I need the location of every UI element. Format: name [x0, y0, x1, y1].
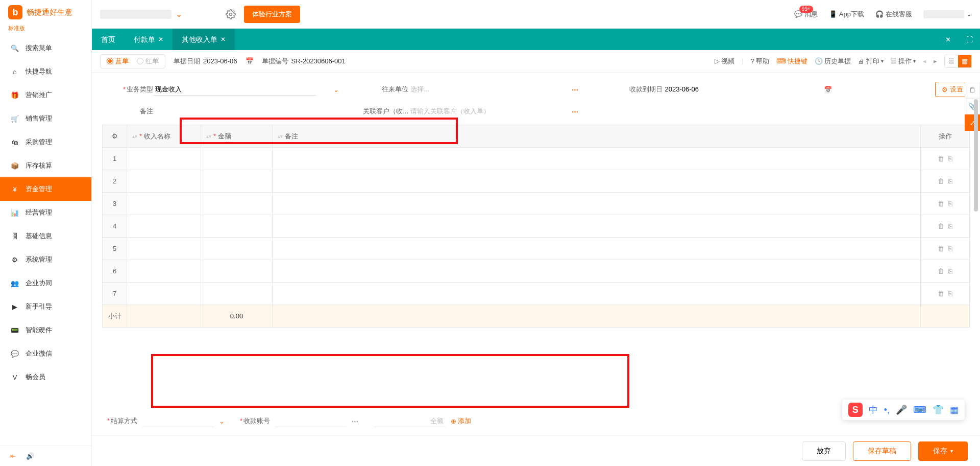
th-income-name[interactable]: ▴▾*收入名称: [127, 125, 201, 148]
partner-lookup-icon[interactable]: ⋯: [572, 86, 579, 94]
table-row[interactable]: 3🗑⎘: [103, 193, 970, 215]
cell-amount[interactable]: [201, 170, 273, 193]
ime-punct-icon[interactable]: •,: [884, 405, 890, 415]
table-row[interactable]: 7🗑⎘: [103, 283, 970, 305]
remark-input[interactable]: [153, 105, 316, 118]
table-row[interactable]: 4🗑⎘: [103, 215, 970, 238]
bill-date-value[interactable]: 2023-06-06: [203, 57, 237, 65]
ime-keyboard-icon[interactable]: ⌨: [913, 404, 926, 415]
tab-1[interactable]: 付款单✕: [125, 29, 173, 50]
cta-button[interactable]: 体验行业方案: [244, 6, 300, 23]
sidebar-item-11[interactable]: ▶新手引导: [0, 295, 91, 318]
delete-icon[interactable]: 🗑: [938, 245, 944, 252]
prev-button[interactable]: ◂: [923, 57, 926, 65]
sidebar-item-6[interactable]: ¥资金管理: [0, 177, 91, 201]
ime-toolbox-icon[interactable]: ▦: [950, 404, 959, 415]
gear-icon[interactable]: [226, 9, 236, 19]
cell-remark[interactable]: [273, 148, 921, 170]
ops-button[interactable]: ☰操作▾: [891, 57, 916, 66]
cell-amount[interactable]: [201, 215, 273, 238]
rel-customer-input[interactable]: [408, 105, 572, 118]
cell-remark[interactable]: [273, 215, 921, 238]
cell-income-name[interactable]: [127, 260, 201, 283]
tab-2[interactable]: 其他收入单✕: [173, 29, 235, 50]
cell-remark[interactable]: [273, 283, 921, 305]
copy-icon[interactable]: ⎘: [948, 222, 952, 230]
account-menu[interactable]: ⌄: [923, 10, 972, 18]
tab-fullscreen-icon[interactable]: ⛶: [959, 29, 980, 50]
sidebar-item-1[interactable]: ⌂快捷导航: [0, 60, 91, 83]
add-settlement-button[interactable]: ⊕ 添加: [451, 416, 471, 426]
cell-income-name[interactable]: [127, 283, 201, 305]
messages-button[interactable]: 💬 消息 99+: [794, 10, 818, 19]
table-row[interactable]: 5🗑⎘: [103, 238, 970, 260]
settle-amount-input[interactable]: [374, 415, 446, 427]
org-selector[interactable]: ⌄: [100, 9, 223, 19]
save-draft-button[interactable]: 保存草稿: [853, 441, 911, 461]
rel-customer-lookup-icon[interactable]: ⋯: [572, 108, 579, 115]
th-remark[interactable]: ▴▾备注: [273, 125, 921, 148]
delete-icon[interactable]: 🗑: [938, 200, 944, 207]
chevron-down-icon[interactable]: ⌄: [219, 417, 225, 425]
history-button[interactable]: 🕓历史单据: [815, 57, 851, 66]
tab-close-all-icon[interactable]: ✕: [937, 29, 959, 50]
partner-input[interactable]: [408, 83, 572, 96]
close-icon[interactable]: ✕: [158, 29, 163, 50]
cell-income-name[interactable]: [127, 148, 201, 170]
sidebar-item-2[interactable]: 🎁营销推广: [0, 83, 91, 107]
copy-icon[interactable]: ⎘: [948, 290, 952, 297]
account-lookup-icon[interactable]: ⋯: [352, 417, 359, 425]
copy-icon[interactable]: ⎘: [948, 200, 952, 207]
cell-amount[interactable]: [201, 238, 273, 260]
cell-amount[interactable]: [201, 148, 273, 170]
cell-amount[interactable]: [201, 260, 273, 283]
sidebar-item-9[interactable]: ⚙系统管理: [0, 248, 91, 271]
close-icon[interactable]: ✕: [220, 29, 226, 50]
sidebar-item-0[interactable]: 🔍搜索菜单: [0, 36, 91, 60]
sidebar-item-4[interactable]: 🛍采购管理: [0, 130, 91, 154]
settle-method-input[interactable]: [142, 415, 214, 427]
cell-remark[interactable]: [273, 170, 921, 193]
scrollbar[interactable]: [974, 79, 978, 411]
delete-icon[interactable]: 🗑: [938, 177, 944, 185]
ime-mic-icon[interactable]: 🎤: [896, 404, 907, 415]
calendar-icon[interactable]: 📅: [824, 86, 832, 94]
calendar-icon[interactable]: 📅: [246, 57, 254, 65]
cell-amount[interactable]: [201, 193, 273, 215]
view-form-icon[interactable]: ▦: [958, 55, 971, 67]
biz-type-input[interactable]: [153, 83, 316, 96]
radio-blue[interactable]: 蓝单: [107, 57, 129, 66]
copy-icon[interactable]: ⎘: [948, 245, 952, 252]
copy-icon[interactable]: ⎘: [948, 267, 952, 275]
sidebar-item-7[interactable]: 📊经营管理: [0, 201, 91, 224]
delete-icon[interactable]: 🗑: [938, 290, 944, 297]
sidebar-item-12[interactable]: 📟智能硬件: [0, 318, 91, 342]
ime-lang-button[interactable]: 中: [869, 404, 878, 416]
delete-icon[interactable]: 🗑: [938, 155, 944, 162]
save-button[interactable]: 保存 ▾: [918, 441, 968, 461]
cell-remark[interactable]: [273, 260, 921, 283]
due-date-input[interactable]: [663, 83, 824, 96]
copy-icon[interactable]: ⎘: [948, 155, 952, 162]
discard-button[interactable]: 放弃: [802, 441, 846, 461]
delete-icon[interactable]: 🗑: [938, 222, 944, 230]
cell-amount[interactable]: [201, 283, 273, 305]
th-amount[interactable]: ▴▾*金额: [201, 125, 273, 148]
delete-icon[interactable]: 🗑: [938, 267, 944, 275]
chevron-down-icon[interactable]: ⌄: [333, 86, 339, 94]
print-button[interactable]: 🖨打印▾: [858, 57, 884, 66]
video-button[interactable]: ▷视频: [715, 57, 734, 66]
sidebar-item-14[interactable]: V畅会员: [0, 365, 91, 389]
view-list-icon[interactable]: ☰: [945, 55, 958, 67]
sidebar-item-13[interactable]: 💬企业微信: [0, 342, 91, 365]
cell-income-name[interactable]: [127, 238, 201, 260]
cell-income-name[interactable]: [127, 170, 201, 193]
settle-account-input[interactable]: [275, 415, 347, 427]
ime-skin-icon[interactable]: 👕: [933, 404, 944, 415]
sidebar-item-3[interactable]: 🛒销售管理: [0, 107, 91, 130]
cell-income-name[interactable]: [127, 215, 201, 238]
cell-remark[interactable]: [273, 193, 921, 215]
help-button[interactable]: ?帮助: [751, 57, 769, 66]
sidebar-item-8[interactable]: 🗄基础信息: [0, 224, 91, 248]
tab-0[interactable]: 首页: [92, 29, 125, 50]
